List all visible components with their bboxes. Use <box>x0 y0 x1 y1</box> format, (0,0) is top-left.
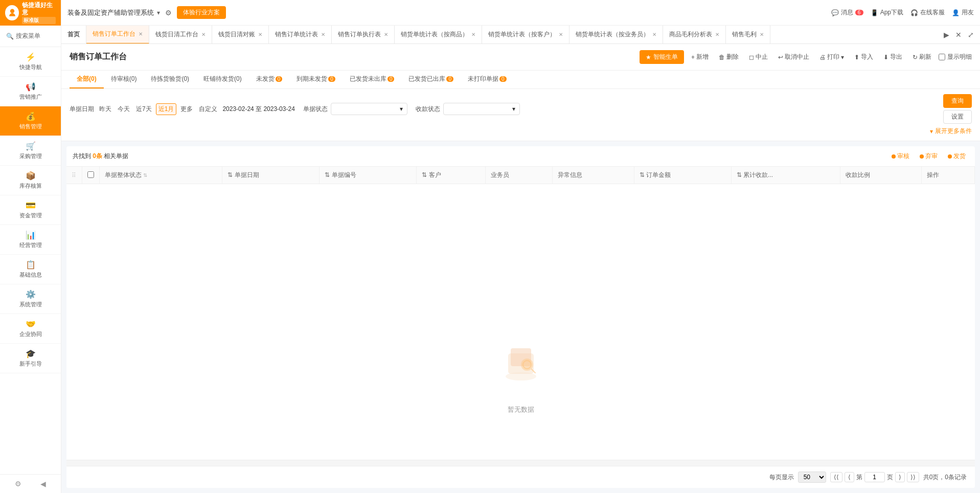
subtab-pending-inspect[interactable]: 待拣货验货(0) <box>144 71 196 88</box>
per-page-select[interactable]: 50 100 200 <box>798 472 826 483</box>
ai-generate-button[interactable]: ★ 智能生单 <box>640 50 684 64</box>
subtab-all[interactable]: 全部(0) <box>70 71 104 88</box>
guide-icon: 🎓 <box>26 349 36 358</box>
ship-button[interactable]: 发货 <box>945 150 969 162</box>
sort-status-icon[interactable]: ⇅ <box>143 172 147 178</box>
close-tab-cash-reconcile[interactable]: ✕ <box>258 32 262 37</box>
sort-number-icon[interactable]: ⇅ <box>325 171 330 178</box>
tab-sales-more[interactable]: 销售毛利 ✕ <box>726 26 770 44</box>
close-tab-sales-stat-customer[interactable]: ✕ <box>559 32 563 37</box>
system-dropdown-button[interactable]: ▾ <box>157 9 160 16</box>
sidebar-item-sales[interactable]: 💰 销售管理 <box>0 106 61 136</box>
date-yesterday-button[interactable]: 昨天 <box>97 104 113 115</box>
subtab-not-printed[interactable]: 未打印单据0 <box>461 71 514 88</box>
horizontal-scrollbar[interactable] <box>66 460 975 466</box>
tab-sales-stat[interactable]: 销售订单统计表 ✕ <box>269 26 332 44</box>
export-button[interactable]: ⬇ 导出 <box>880 51 905 63</box>
sort-date-icon[interactable]: ⇅ <box>227 171 233 178</box>
page-first-button[interactable]: ⟨⟨ <box>830 472 842 482</box>
new-button[interactable]: + 新增 <box>688 51 712 63</box>
main-area: 装备及固定资产辅助管理系统 ▾ ⚙ 体验行业方案 💬 消息 6 📱 App下载 … <box>61 0 980 493</box>
sort-amount-icon[interactable]: ⇅ <box>640 171 645 178</box>
filter-settings-button[interactable]: 设置 <box>943 110 972 124</box>
tab-product-profit[interactable]: 商品毛利分析表 ✕ <box>663 26 726 44</box>
subtab-shipped-out[interactable]: 已发货已出库0 <box>401 71 461 88</box>
import-button[interactable]: ⬆ 导入 <box>851 51 876 63</box>
date-more-button[interactable]: 更多 <box>178 104 195 115</box>
sidebar-item-finance[interactable]: 💳 资金管理 <box>0 195 61 225</box>
audit-button[interactable]: 审核 <box>888 150 913 162</box>
tab-close-all-button[interactable]: ✕ <box>953 30 964 40</box>
sidebar-item-marketing[interactable]: 📢 营销推广 <box>0 77 61 106</box>
delete-button[interactable]: 🗑 删除 <box>716 51 742 63</box>
close-tab-product-profit[interactable]: ✕ <box>715 32 719 37</box>
sidebar-search[interactable]: 🔍 搜索菜单 <box>0 26 61 47</box>
close-tab-sales-stat-product[interactable]: ✕ <box>471 32 475 37</box>
tab-sales-stat-product[interactable]: 销货单统计表（按商品） ✕ <box>395 26 482 44</box>
close-tab-sales-more[interactable]: ✕ <box>760 32 764 37</box>
tab-cash-reconcile[interactable]: 钱货日清对账 ✕ <box>212 26 269 44</box>
settings-bottom-button[interactable]: ⚙ <box>15 480 21 488</box>
payment-select[interactable]: ▾ <box>443 103 520 115</box>
status-select[interactable]: ▾ <box>331 103 407 115</box>
page-input[interactable] <box>864 472 885 482</box>
show-detail-input[interactable] <box>939 54 945 60</box>
tab-home[interactable]: 首页 <box>61 26 86 44</box>
close-tab-sales-stat[interactable]: ✕ <box>321 32 325 37</box>
subtab-pending-review[interactable]: 待审核(0) <box>104 71 144 88</box>
table-scroll-container[interactable]: ⠿ 单据整体状态 ⇅ ⇅ 单据日期 <box>66 167 975 293</box>
cancel-audit-button[interactable]: 弃审 <box>917 150 941 162</box>
tab-maximize-button[interactable]: ⤢ <box>966 30 976 40</box>
subtab-not-shipped[interactable]: 未发货0 <box>249 71 290 88</box>
tab-sales-workbench[interactable]: 销售订单工作台 ✕ <box>86 26 149 44</box>
tab-sales-stat-customer[interactable]: 销货单统计表（按客户） ✕ <box>482 26 569 44</box>
sidebar-item-basic[interactable]: 📋 基础信息 <box>0 255 61 284</box>
date-custom-button[interactable]: 自定义 <box>197 104 219 115</box>
close-tab-sales-workbench[interactable]: ✕ <box>139 31 143 37</box>
solution-button[interactable]: 体验行业方案 <box>177 6 226 19</box>
topbar-gear-button[interactable]: ⚙ <box>165 9 172 17</box>
select-all-checkbox[interactable] <box>87 171 94 178</box>
subtab-shipped-not-out[interactable]: 已发货未出库0 <box>343 71 402 88</box>
user-button[interactable]: 👤 用友 <box>952 8 974 17</box>
tab-sales-exec[interactable]: 销售订单执行表 ✕ <box>332 26 395 44</box>
sidebar-item-business[interactable]: 📊 经营管理 <box>0 225 61 255</box>
page-prev-button[interactable]: ⟨ <box>845 472 854 482</box>
date-7days-button[interactable]: 近7天 <box>134 104 154 115</box>
sort-collected-icon[interactable]: ⇅ <box>737 171 742 178</box>
pagination-total: 共0页，0条记录 <box>923 473 967 482</box>
subtab-overdue-not-shipped[interactable]: 到期未发货0 <box>289 71 343 88</box>
expand-conditions-button[interactable]: ▾ 展开更多条件 <box>930 127 972 136</box>
sidebar-item-inventory[interactable]: 📦 库存核算 <box>0 166 61 195</box>
sort-customer-icon[interactable]: ⇅ <box>422 171 427 178</box>
sidebar-item-quick-nav[interactable]: ⚡ 快捷导航 <box>0 47 61 77</box>
close-tab-sales-exec[interactable]: ✕ <box>384 32 388 37</box>
print-button[interactable]: 🖨 打印 ▾ <box>816 51 847 63</box>
online-service-button[interactable]: 🎧 在线客服 <box>910 8 945 17</box>
sidebar-item-guide[interactable]: 🎓 新手引导 <box>0 344 61 373</box>
tab-cashflow-daily[interactable]: 钱货日清工作台 ✕ <box>149 26 212 44</box>
search-menu-button[interactable]: 🔍 搜索菜单 <box>4 30 57 42</box>
date-1month-button[interactable]: 近1月 <box>156 103 177 115</box>
sidebar-item-enterprise[interactable]: 🤝 企业协同 <box>0 314 61 344</box>
stop-button[interactable]: ◻ 中止 <box>746 51 771 63</box>
refresh-button[interactable]: ↻ 刷新 <box>909 51 935 63</box>
show-detail-checkbox[interactable]: 显示明细 <box>939 53 972 61</box>
sidebar-item-purchase[interactable]: 🛒 采购管理 <box>0 136 61 166</box>
page-next-button[interactable]: ⟩ <box>895 472 905 482</box>
subtab-wangpu-deliver[interactable]: 旺铺待发货(0) <box>196 71 249 88</box>
tab-sales-stat-staff[interactable]: 销货单统计表（按业务员） ✕ <box>569 26 663 44</box>
tab-scroll-right-button[interactable]: ▶ <box>942 30 951 40</box>
page-last-button[interactable]: ⟩⟩ <box>907 472 919 482</box>
query-button[interactable]: 查询 <box>943 94 972 108</box>
payment-label: 收款状态 <box>416 105 440 114</box>
close-tab-sales-stat-staff[interactable]: ✕ <box>652 32 656 37</box>
app-download-button[interactable]: 📱 App下载 <box>871 8 903 17</box>
collapse-button[interactable]: ◀ <box>40 480 46 488</box>
cancel-stop-button[interactable]: ↩ 取消中止 <box>775 51 812 63</box>
close-tab-cashflow-daily[interactable]: ✕ <box>201 32 206 37</box>
date-today-button[interactable]: 今天 <box>116 104 132 115</box>
th-check[interactable] <box>82 167 99 184</box>
sidebar-item-system[interactable]: ⚙️ 系统管理 <box>0 284 61 314</box>
message-button[interactable]: 💬 消息 6 <box>831 8 863 17</box>
